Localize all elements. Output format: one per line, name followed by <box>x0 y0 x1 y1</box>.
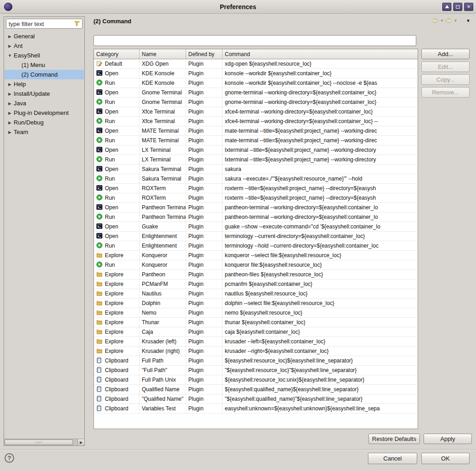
cell-defined-by: Plugin <box>186 184 222 193</box>
table-row[interactable]: RunXfce TerminalPluginxfce4-terminal --w… <box>94 117 418 126</box>
tree-item-install-update[interactable]: ▶Install/Update <box>5 89 84 98</box>
cell-defined-by: Plugin <box>186 289 222 299</box>
table-row[interactable]: OpenXfce TerminalPluginxfce4-terminal --… <box>94 107 418 117</box>
remove-button[interactable]: Remove... <box>421 87 470 98</box>
tree-item-run-debug[interactable]: ▶Run/Debug <box>5 118 84 127</box>
expand-icon[interactable]: ▶ <box>6 101 14 106</box>
table-row[interactable]: RunGnome TerminalPlugingnome-terminal --… <box>94 98 418 107</box>
column-header-name[interactable]: Name <box>140 49 186 59</box>
table-row[interactable]: OpenKDE KonsolePluginkonsole --workdir $… <box>94 69 418 78</box>
scrollbar-thumb[interactable] <box>5 440 73 445</box>
back-button[interactable] <box>431 17 439 24</box>
category-wrap: Explore <box>96 270 137 279</box>
table-row[interactable]: ExplorePCManFMPluginpcmanfm ${easyshell:… <box>94 279 418 289</box>
tree-item-1-menu[interactable]: (1) Menu <box>5 60 84 70</box>
open-terminal-icon <box>96 108 103 116</box>
expand-icon[interactable]: ▶ <box>6 92 14 96</box>
filter-icon[interactable] <box>74 21 80 27</box>
table-row[interactable]: ClipboardVariables TestPlugineasyshell:u… <box>94 404 418 414</box>
expand-icon[interactable]: ▶ <box>6 120 14 125</box>
cancel-button[interactable]: Cancel <box>368 453 417 464</box>
expand-icon[interactable]: ▶ <box>6 82 14 87</box>
help-button[interactable]: ? <box>5 453 14 463</box>
table-row[interactable]: OpenMATE TerminalPluginmate-terminal --t… <box>94 126 418 136</box>
table-row[interactable]: ExploreThunarPluginthunar ${easyshell:co… <box>94 318 418 327</box>
table-row[interactable]: OpenROXTermPluginroxterm --title=${easys… <box>94 184 418 193</box>
table-row[interactable]: RunPantheon TerminalPluginpantheon-termi… <box>94 212 418 222</box>
expand-icon[interactable]: ▶ <box>6 44 14 48</box>
sidebar-horizontal-scrollbar[interactable]: ▶ <box>4 439 84 445</box>
table-row[interactable]: ExplorePantheonPluginpantheon-files ${ea… <box>94 270 418 279</box>
edit-button[interactable]: Edit... <box>421 62 470 72</box>
table-row[interactable]: ClipboardFull PathPlugin${easyshell:reso… <box>94 356 418 366</box>
cell-category: Clipboard <box>94 375 140 385</box>
table-row[interactable]: ExploreKrusader (right)Pluginkrusader --… <box>94 347 418 356</box>
table-row[interactable]: RunLX TerminalPluginlxterminal --title=$… <box>94 155 418 165</box>
table-row[interactable]: RunKDE KonsolePluginkonsole --workdir ${… <box>94 78 418 88</box>
copy-button[interactable]: Copy... <box>421 74 470 85</box>
column-header-defined-by[interactable]: Defined by <box>186 49 222 59</box>
tree-item-plug-in-development[interactable]: ▶Plug-in Development <box>5 108 84 118</box>
category-wrap: Open <box>96 126 137 135</box>
table-row[interactable]: RunEnlightenmentPluginterminology --hold… <box>94 241 418 251</box>
tree-item-team[interactable]: ▶Team <box>5 127 84 137</box>
cell-command: konqueror --select file:${easyshell:reso… <box>222 251 418 260</box>
maximize-button[interactable] <box>453 3 462 11</box>
column-header-category[interactable]: Category <box>94 49 140 59</box>
forward-button[interactable] <box>445 17 452 24</box>
expand-icon[interactable]: ▶ <box>6 111 14 115</box>
table-row[interactable]: ExploreNemoPluginnemo ${easyshell:resour… <box>94 308 418 318</box>
table-row[interactable]: ExploreKonquerorPluginkonqueror --select… <box>94 251 418 260</box>
cell-name: Gnome Terminal <box>140 88 186 98</box>
table-row[interactable]: OpenPantheon TerminalPluginpantheon-term… <box>94 203 418 212</box>
cell-defined-by: Plugin <box>186 251 222 260</box>
tree-item-java[interactable]: ▶Java <box>5 98 84 108</box>
category-wrap: Explore <box>96 318 137 327</box>
column-header-command[interactable]: Command <box>222 49 418 59</box>
minimize-button[interactable] <box>442 3 451 11</box>
close-button[interactable]: ✕ <box>464 3 473 11</box>
folder-icon <box>96 280 103 288</box>
table-row[interactable]: OpenLX TerminalPluginlxterminal --title=… <box>94 145 418 155</box>
tree-item-ant[interactable]: ▶Ant <box>5 41 84 51</box>
table-row[interactable]: ExploreNautilusPluginnautilus ${easyshel… <box>94 289 418 299</box>
tree-item-help[interactable]: ▶Help <box>5 79 84 89</box>
open-terminal-icon <box>96 127 103 135</box>
table-row[interactable]: OpenSakura TerminalPluginsakura <box>94 165 418 174</box>
table-row[interactable]: ClipboardFull Path UnixPlugin${easyshell… <box>94 375 418 385</box>
command-filter-input[interactable] <box>93 35 416 46</box>
table-row[interactable]: RunMATE TerminalPluginmate-terminal --ti… <box>94 136 418 145</box>
forward-history-dropdown[interactable]: ▼ <box>454 19 457 23</box>
tree-item-general[interactable]: ▶General <box>5 31 84 41</box>
table-row[interactable]: RunSakura TerminalPluginsakura --execute… <box>94 174 418 184</box>
table-row[interactable]: RunROXTermPluginroxterm --title=${easysh… <box>94 193 418 203</box>
back-history-dropdown[interactable]: ▼ <box>440 19 444 23</box>
table-row[interactable]: OpenGuakePluginguake --show --execute-co… <box>94 222 418 232</box>
table-row[interactable]: ExploreKrusader (left)Pluginkrusader --l… <box>94 337 418 347</box>
table-row[interactable]: Clipboard"Qualified Name"Plugin"${easysh… <box>94 394 418 404</box>
table-row[interactable]: OpenEnlightenmentPluginterminology --cur… <box>94 232 418 241</box>
tree-item-label: (1) Menu <box>21 62 45 68</box>
table-row[interactable]: OpenGnome TerminalPlugingnome-terminal -… <box>94 88 418 98</box>
collapse-icon[interactable]: ▼ <box>6 53 14 58</box>
cell-name: Dolphin <box>140 299 186 308</box>
table-row[interactable]: ExploreCajaPlugincaja ${easyshell:contai… <box>94 327 418 337</box>
tree-filter-input[interactable] <box>6 19 83 29</box>
expand-icon[interactable]: ▶ <box>6 130 14 135</box>
cell-category: Open <box>94 126 140 136</box>
table-row[interactable]: ClipboardQualified NamePlugin${easyshell… <box>94 385 418 394</box>
table-row[interactable]: Clipboard"Full Path"Plugin"${easyshell:r… <box>94 366 418 375</box>
table-row[interactable]: DefaultXDG OpenPluginxdg-open ${easyshel… <box>94 59 418 69</box>
tree-item-easyshell[interactable]: ▼EasyShell <box>5 51 84 60</box>
tree-item-2-command[interactable]: (2) Command <box>5 70 84 79</box>
table-row[interactable]: ExploreDolphinPlugindolphin --select fil… <box>94 299 418 308</box>
view-menu-button[interactable]: ▼ <box>466 18 471 23</box>
add-button[interactable]: Add... <box>421 49 470 59</box>
scroll-right-arrow-icon[interactable]: ▶ <box>78 439 84 445</box>
category-label: Open <box>105 233 118 239</box>
restore-defaults-button[interactable]: Restore Defaults <box>368 434 420 444</box>
table-row[interactable]: RunKonquerorPluginkonqueror file:${easys… <box>94 260 418 270</box>
expand-icon[interactable]: ▶ <box>6 34 14 39</box>
ok-button[interactable]: OK <box>421 453 470 464</box>
apply-button[interactable]: Apply <box>424 434 472 444</box>
